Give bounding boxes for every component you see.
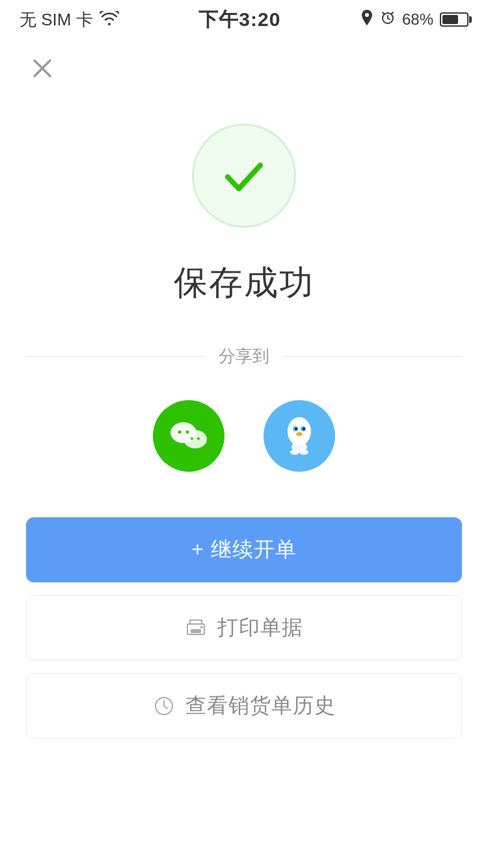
close-button[interactable] (26, 52, 59, 85)
qq-share-button[interactable] (264, 400, 335, 472)
history-icon (153, 695, 175, 717)
success-circle (192, 124, 296, 228)
share-label: 分享到 (219, 345, 269, 368)
svg-point-17 (296, 432, 303, 436)
divider-line-left (26, 356, 206, 357)
battery-icon-container (440, 12, 468, 27)
battery-percentage: 68% (402, 10, 433, 29)
svg-point-11 (290, 450, 299, 455)
status-left: 无 SIM 卡 (20, 8, 119, 31)
print-button[interactable]: 打印单据 (26, 595, 462, 660)
wechat-icon (168, 418, 210, 454)
success-title: 保存成功 (174, 260, 314, 306)
battery-icon (440, 12, 468, 27)
continue-order-button[interactable]: + 继续开单 (26, 517, 462, 582)
success-section: 保存成功 分享到 (26, 104, 462, 739)
continue-order-label: + 继续开单 (191, 536, 297, 564)
close-icon (31, 57, 54, 80)
svg-point-7 (191, 437, 193, 440)
history-button[interactable]: 查看销货单历史 (26, 673, 462, 739)
status-right: 68% (360, 10, 468, 29)
checkmark-icon (218, 150, 270, 202)
share-divider: 分享到 (26, 345, 462, 368)
carrier-text: 无 SIM 卡 (20, 8, 93, 31)
svg-point-6 (185, 430, 189, 433)
svg-point-15 (295, 427, 297, 430)
divider-line-right (282, 356, 462, 357)
svg-point-16 (303, 427, 305, 430)
alarm-icon (380, 10, 396, 29)
qq-icon (278, 413, 321, 459)
svg-point-5 (178, 430, 181, 433)
svg-point-9 (288, 417, 311, 446)
svg-point-8 (197, 437, 200, 440)
status-bar: 无 SIM 卡 下午3:20 68% (0, 0, 488, 39)
battery-fill (442, 15, 458, 24)
share-icons (26, 400, 462, 472)
action-buttons: + 继续开单 打印单据 (26, 517, 462, 739)
wifi-icon (100, 10, 119, 30)
svg-rect-19 (191, 629, 201, 633)
wechat-share-button[interactable] (153, 400, 224, 472)
status-time: 下午3:20 (198, 7, 280, 33)
history-label: 查看销货单历史 (185, 692, 336, 720)
print-label: 打印单据 (217, 614, 303, 642)
svg-point-20 (200, 626, 203, 629)
print-icon (185, 617, 207, 638)
location-icon (360, 10, 373, 29)
main-content: 保存成功 分享到 (0, 39, 488, 739)
svg-point-12 (299, 450, 308, 455)
